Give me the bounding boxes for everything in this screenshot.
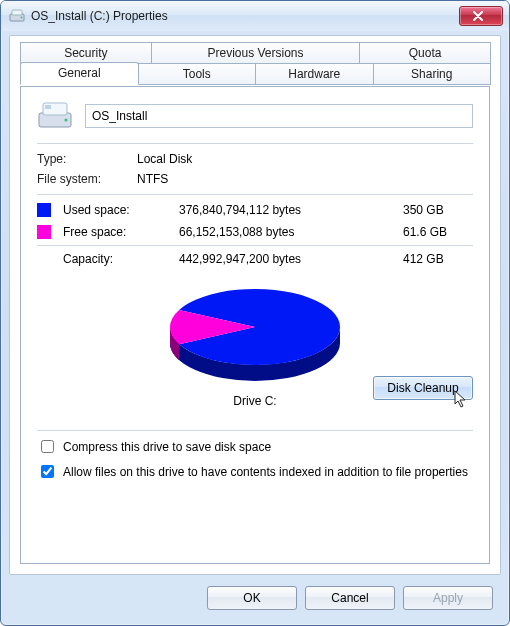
used-space-bytes: 376,840,794,112 bytes (179, 203, 397, 217)
separator (37, 430, 473, 431)
free-space-label: Free space: (63, 225, 173, 239)
type-label: Type: (37, 152, 137, 166)
compress-label[interactable]: Compress this drive to save disk space (63, 439, 271, 455)
used-space-hr: 350 GB (403, 203, 473, 217)
capacity-label: Capacity: (63, 252, 173, 266)
filesystem-value: NTFS (137, 172, 473, 186)
index-label[interactable]: Allow files on this drive to have conten… (63, 464, 468, 480)
capacity-hr: 412 GB (403, 252, 473, 266)
tab-sharing[interactable]: Sharing (373, 63, 492, 85)
capacity-bytes: 442,992,947,200 bytes (179, 252, 397, 266)
used-swatch (37, 203, 51, 217)
tab-general[interactable]: General (20, 62, 139, 85)
used-space-label: Used space: (63, 203, 173, 217)
pie-chart-block: Drive C: Disk Cleanup (37, 272, 473, 422)
tab-security[interactable]: Security (20, 42, 152, 64)
svg-point-2 (21, 17, 23, 19)
separator (37, 143, 473, 144)
dialog-button-bar: OK Cancel Apply (9, 581, 501, 615)
filesystem-label: File system: (37, 172, 137, 186)
compress-checkbox[interactable] (41, 440, 54, 453)
tab-hardware[interactable]: Hardware (255, 63, 374, 85)
index-checkbox[interactable] (41, 465, 54, 478)
client-area: Security Previous Versions Quota General… (9, 35, 501, 575)
separator (37, 194, 473, 195)
svg-rect-1 (12, 10, 22, 15)
tab-strip: Security Previous Versions Quota General… (20, 42, 490, 85)
titlebar[interactable]: OS_Install (C:) Properties (1, 1, 509, 31)
close-icon (472, 11, 484, 21)
close-button[interactable] (459, 6, 503, 26)
tab-tools[interactable]: Tools (138, 63, 257, 85)
free-space-hr: 61.6 GB (403, 225, 473, 239)
free-space-bytes: 66,152,153,088 bytes (179, 225, 397, 239)
separator (37, 245, 473, 246)
free-swatch (37, 225, 51, 239)
properties-dialog: OS_Install (C:) Properties Security Prev… (0, 0, 510, 626)
window-title: OS_Install (C:) Properties (31, 9, 459, 23)
apply-button[interactable]: Apply (403, 586, 493, 610)
tab-previous-versions[interactable]: Previous Versions (151, 42, 361, 64)
ok-button[interactable]: OK (207, 586, 297, 610)
drive-icon (9, 8, 25, 24)
usage-pie-chart (155, 272, 355, 392)
cancel-button[interactable]: Cancel (305, 586, 395, 610)
drive-large-icon (37, 99, 73, 133)
volume-name-input[interactable] (85, 104, 473, 128)
disk-cleanup-button[interactable]: Disk Cleanup (373, 376, 473, 400)
svg-point-6 (64, 118, 67, 121)
tab-quota[interactable]: Quota (359, 42, 491, 64)
tab-page-general: Type: Local Disk File system: NTFS Used … (20, 86, 490, 564)
type-value: Local Disk (137, 152, 473, 166)
svg-rect-7 (45, 105, 51, 109)
